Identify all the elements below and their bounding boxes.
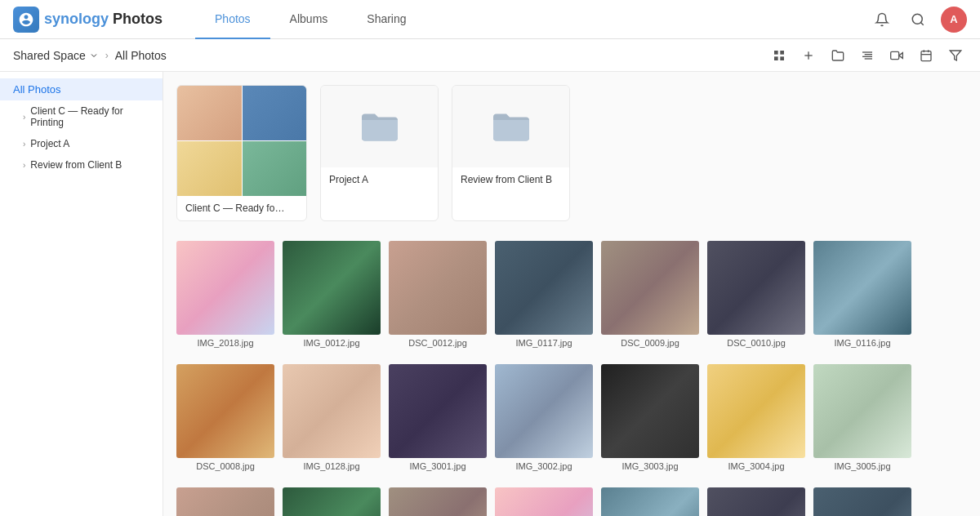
slideshow-button[interactable] [885,44,908,67]
folder-icon [490,105,532,148]
user-avatar[interactable]: A [941,7,967,33]
photo-thumbnail [707,241,805,335]
list-item[interactable]: IMG_3004.jpg [707,364,805,471]
photo-filename: IMG_3005.jpg [834,461,890,471]
photo-thumbnail [389,241,487,335]
photo-thumbnail [389,364,487,458]
sidebar: All Photos › Client C — Ready for Printi… [0,72,163,516]
svg-rect-2 [774,51,778,55]
sidebar-item-all-photos[interactable]: All Photos [0,78,163,100]
list-item[interactable]: IMG_0117.jpg [495,241,593,348]
sidebar-item-client-c[interactable]: › Client C — Ready for Printing [0,100,163,133]
list-item[interactable] [176,487,274,516]
photo-thumbnail [176,364,274,458]
notifications-button[interactable] [869,7,895,33]
photo-thumbnail [707,364,805,458]
photo-filename: IMG_0116.jpg [834,338,890,348]
photo-filename: IMG_2018.jpg [197,338,253,348]
list-item[interactable]: DSC_0010.jpg [707,241,805,348]
photo-thumbnail [813,241,911,335]
folder-icon-area [452,86,569,167]
logo[interactable]: synology Photos [13,7,163,33]
list-item[interactable]: IMG_0012.jpg [283,241,381,348]
photo-thumbnail [601,364,699,458]
photo-filename: DSC_0010.jpg [727,338,786,348]
photo-filename: IMG_3002.jpg [515,461,572,471]
add-folder-button[interactable] [826,44,849,67]
list-item[interactable]: DSC_0008.jpg [176,364,274,471]
list-item[interactable]: IMG_3003.jpg [601,364,699,471]
folder-card-review-client-b[interactable]: Review from Client B [452,85,570,221]
breadcrumb-shared-space[interactable]: Shared Space [13,49,99,62]
photo-thumbnail [283,487,381,516]
folder-row: Client C — Ready for Pri... Project A [176,85,967,221]
list-item[interactable]: IMG_3005.jpg [813,364,911,471]
list-item[interactable]: IMG_0116.jpg [813,241,911,348]
photo-thumbnail [707,487,805,516]
photo-thumbnail [283,241,381,335]
grid-view-button[interactable] [768,44,791,67]
list-item[interactable] [813,487,911,516]
sidebar-item-label: Project A [30,138,69,149]
list-item[interactable]: IMG_3001.jpg [389,364,487,471]
svg-marker-18 [950,51,960,60]
photo-thumbnail [389,487,487,516]
photo-filename: DSC_0009.jpg [621,338,679,348]
chevron-icon: › [23,161,25,170]
photo-filename: IMG_3003.jpg [621,461,678,471]
list-item[interactable] [389,487,487,516]
mosaic-cell-3 [177,141,242,196]
sidebar-item-label: Review from Client B [30,159,122,171]
folder-label: Review from Client B [452,167,569,192]
sidebar-item-project-a[interactable]: › Project A [0,133,163,154]
main-layout: All Photos › Client C — Ready for Printi… [0,72,980,516]
folder-label: Client C — Ready for Pri... [177,196,296,220]
tab-albums[interactable]: Albums [270,0,348,39]
list-item[interactable]: DSC_0009.jpg [601,241,699,348]
chevron-down-icon [89,51,99,60]
sidebar-item-label: Client C — Ready for Printing [30,105,149,128]
sidebar-item-label: All Photos [13,83,61,96]
list-item[interactable]: IMG_0128.jpg [283,364,381,471]
photo-thumbnail [283,364,381,458]
photo-thumbnail [176,487,274,516]
search-button[interactable] [905,7,931,33]
nav-right: A [869,7,967,33]
list-item[interactable]: IMG_2018.jpg [176,241,274,348]
svg-point-0 [912,14,922,24]
photo-filename: IMG_0128.jpg [303,461,359,471]
list-item[interactable]: IMG_3002.jpg [495,364,593,471]
calendar-button[interactable] [915,44,938,67]
photo-thumbnail [601,487,699,516]
breadcrumb-bar: Shared Space › All Photos [0,39,980,72]
svg-marker-12 [899,52,903,58]
sort-button[interactable] [856,44,879,67]
logo-text: synology Photos [44,11,163,28]
chevron-icon: › [23,113,25,122]
folder-mosaic [177,86,306,196]
photo-thumbnail [176,241,274,335]
photo-thumbnail [813,487,911,516]
folder-card-project-a[interactable]: Project A [320,85,439,221]
tab-sharing[interactable]: Sharing [347,0,425,39]
breadcrumb-separator: › [105,50,109,61]
list-item[interactable] [495,487,593,516]
add-button[interactable] [797,44,820,67]
list-item[interactable] [707,487,805,516]
list-item[interactable] [283,487,381,516]
svg-rect-3 [780,51,784,55]
tab-photos[interactable]: Photos [195,0,270,39]
photo-filename: IMG_0117.jpg [515,338,572,348]
folder-card-client-c[interactable]: Client C — Ready for Pri... [176,85,307,221]
list-item[interactable] [601,487,699,516]
photo-row-3 [176,487,967,516]
filter-button[interactable] [944,44,967,67]
breadcrumb-current: All Photos [115,49,167,62]
photo-filename: DSC_0012.jpg [408,338,467,348]
mosaic-cell-1 [177,86,242,140]
sidebar-item-review-client-b[interactable]: › Review from Client B [0,154,163,176]
photo-thumbnail [813,364,911,458]
chevron-icon: › [23,140,25,149]
photo-row-1: IMG_2018.jpg IMG_0012.jpg DSC_0012.jpg I… [176,241,967,348]
list-item[interactable]: DSC_0012.jpg [389,241,487,348]
